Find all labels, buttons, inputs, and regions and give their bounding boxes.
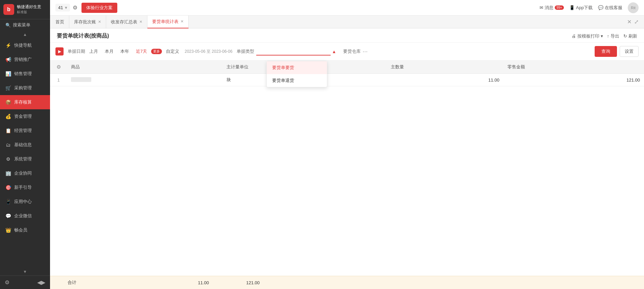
settings-bottom-icon[interactable]: ⚙ — [5, 279, 9, 286]
sidebar-item-label: 新手引导 — [14, 184, 32, 191]
store-selector[interactable]: 41 ▾ — [55, 4, 70, 12]
type-input[interactable] — [256, 48, 331, 55]
date-more-badge[interactable]: 更多 — [151, 49, 162, 54]
refresh-icon: ↻ — [623, 34, 627, 39]
table-footer: 合计 11.00 121.00 — [50, 276, 644, 289]
tab-receive-summary-label: 收发存汇总表 — [111, 19, 137, 25]
page-content: 要货单统计表(按商品) 🖨 按模板打印 ▾ ↑ 导出 ↻ 刷新 ▶ — [50, 28, 644, 289]
sidebar: b 畅捷通好生意 标准版 🔍 搜索菜单 ▲ ⚡ 快捷导航 📢 营销推广 📊 销售… — [0, 0, 50, 289]
tab-order-summary-label: 要货单统计表 — [152, 19, 178, 25]
sidebar-scroll-up[interactable]: ▲ — [0, 31, 50, 38]
messages-action[interactable]: ✉ 消息 99+ — [540, 5, 564, 11]
user-avatar[interactable]: Rit — [628, 2, 639, 13]
search-button[interactable]: 查询 — [595, 46, 617, 57]
type-dropdown: 要货单要货 要货单退货 — [266, 61, 327, 87]
tab-order-summary-close[interactable]: ✕ — [181, 19, 184, 24]
sidebar-item-label: 系统管理 — [14, 156, 32, 162]
filter-warehouse-group: 要货仓库 ··· — [343, 48, 368, 55]
guide-icon: 🎯 — [5, 184, 11, 191]
footer-label-text: 合计 — [68, 280, 76, 285]
date-btn-this-month[interactable]: 本月 — [102, 47, 116, 55]
tab-home[interactable]: 首页 — [55, 16, 69, 28]
sidebar-item-app-center[interactable]: 📱 应用中心 — [0, 195, 50, 209]
date-btn-this-year[interactable]: 本年 — [118, 47, 132, 55]
online-service-label: 在线客服 — [605, 5, 622, 11]
sidebar-scroll-down[interactable]: ▼ — [0, 268, 50, 275]
inventory-icon: 📦 — [5, 99, 11, 106]
tab-order-summary[interactable]: 要货单统计表 ✕ — [147, 16, 189, 28]
type-chevron-icon[interactable]: ▲ — [332, 49, 336, 54]
filter-type-group: 单据类型 ▲ — [237, 48, 336, 55]
sidebar-item-enterprise[interactable]: 🏢 企业协同 — [0, 166, 50, 180]
sidebar-item-finance[interactable]: 💰 资金管理 — [0, 109, 50, 124]
sidebar-item-label: 基础信息 — [14, 142, 32, 148]
data-table: ⚙ 商品 主计量单位 主数量 零售金额 1 块 — [50, 61, 644, 86]
refresh-button[interactable]: ↻ 刷新 — [623, 33, 637, 39]
collapse-sidebar-icon[interactable]: ◀▶ — [37, 279, 45, 286]
operation-icon: 📋 — [5, 127, 11, 134]
filter-actions: 查询 设置 — [595, 46, 639, 57]
logo-icon: b — [3, 4, 14, 15]
filter-settings-button[interactable]: 设置 — [620, 46, 639, 57]
tab-receive-summary-close[interactable]: ✕ — [139, 20, 142, 24]
top-header: 41 ▾ ⚙ 体验行业方案 ✉ 消息 99+ 📱 App下载 💬 在线客服 Ri… — [50, 0, 644, 16]
dropdown-item-order-purchase[interactable]: 要货单要货 — [267, 61, 327, 74]
sidebar-item-label: 资金管理 — [14, 113, 32, 119]
table-row: 1 块 11.00 121.00 — [50, 74, 644, 86]
app-download-action[interactable]: 📱 App下载 — [569, 5, 593, 11]
tab-inventory-batch-close[interactable]: ✕ — [98, 20, 101, 24]
sidebar-item-system[interactable]: ⚙ 系统管理 — [0, 152, 50, 166]
sidebar-item-purchase[interactable]: 🛒 采购管理 — [0, 81, 50, 95]
sidebar-item-operation[interactable]: 📋 经营管理 — [0, 124, 50, 138]
table-header-row: ⚙ 商品 主计量单位 主数量 零售金额 — [50, 61, 644, 74]
template-print-button[interactable]: 🖨 按模板打印 ▾ — [572, 33, 603, 39]
sidebar-item-label: 营销推广 — [14, 57, 32, 63]
sidebar-item-member[interactable]: 👑 畅会员 — [0, 223, 50, 237]
logo-sub: 标准版 — [17, 10, 41, 15]
search-menu-item[interactable]: 🔍 搜索菜单 — [0, 19, 50, 31]
export-label: 导出 — [611, 33, 619, 39]
date-range-text: 2023-05-06 至 2023-06-06 — [185, 49, 232, 54]
sales-icon: 📊 — [5, 70, 11, 77]
dropdown-item-order-return[interactable]: 要货单退货 — [267, 74, 327, 87]
header-settings-icon[interactable]: ⚙ — [73, 4, 77, 11]
trial-button[interactable]: 体验行业方案 — [81, 3, 117, 13]
sidebar-item-marketing[interactable]: 📢 营销推广 — [0, 52, 50, 67]
member-icon: 👑 — [5, 227, 11, 234]
sidebar-item-sales[interactable]: 📊 销售管理 — [0, 67, 50, 81]
sidebar-item-guide[interactable]: 🎯 新手引导 — [0, 180, 50, 195]
online-service-action[interactable]: 💬 在线客服 — [598, 5, 622, 11]
sidebar-item-label: 快捷导航 — [14, 42, 32, 48]
tab-receive-summary[interactable]: 收发存汇总表 ✕ — [106, 16, 147, 28]
store-chevron-icon: ▾ — [65, 5, 67, 10]
row-amount: 121.00 — [503, 74, 644, 86]
user-avatar-text: Rit — [631, 6, 635, 10]
page-header-actions: 🖨 按模板打印 ▾ ↑ 导出 ↻ 刷新 — [572, 33, 638, 39]
footer-amount: 121.00 — [213, 280, 264, 285]
sidebar-item-label: 采购管理 — [14, 85, 32, 91]
tab-inventory-batch[interactable]: 库存批次账 ✕ — [69, 16, 106, 28]
refresh-label: 刷新 — [628, 33, 637, 39]
date-btn-last-7days[interactable]: 近7天 — [133, 47, 150, 55]
sidebar-item-basic-info[interactable]: 🗂 基础信息 — [0, 138, 50, 152]
tab-close-all-icon[interactable]: ✕ — [627, 19, 631, 25]
filter-date-group: 单据日期 上月 本月 本年 近7天 更多 自定义 2023-05-06 至 20… — [68, 47, 233, 55]
sidebar-item-wechat[interactable]: 💬 企业微信 — [0, 209, 50, 223]
export-button[interactable]: ↑ 导出 — [607, 33, 620, 39]
table-settings-gear-icon[interactable]: ⚙ — [56, 64, 61, 70]
tab-expand-icon[interactable]: ⤢ — [634, 19, 639, 25]
sidebar-logo: b 畅捷通好生意 标准版 — [0, 0, 50, 19]
date-custom-button[interactable]: 自定义 — [163, 47, 182, 55]
printer-icon: 🖨 — [572, 34, 576, 39]
sidebar-item-label: 企业协同 — [14, 170, 32, 176]
sidebar-item-quick-nav[interactable]: ⚡ 快捷导航 — [0, 38, 50, 52]
warehouse-more-icon[interactable]: ··· — [363, 48, 368, 55]
footer-quantity: 11.00 — [162, 280, 213, 285]
date-btn-last-month[interactable]: 上月 — [87, 47, 101, 55]
filter-expand-button[interactable]: ▶ — [55, 47, 64, 55]
sidebar-bottom: ⚙ ◀▶ — [0, 275, 50, 289]
sidebar-item-label: 经营管理 — [14, 128, 32, 134]
app-download-icon: 📱 — [569, 5, 575, 10]
sidebar-item-label: 畅会员 — [14, 227, 27, 233]
sidebar-item-inventory[interactable]: 📦 库存核算 — [0, 95, 50, 109]
